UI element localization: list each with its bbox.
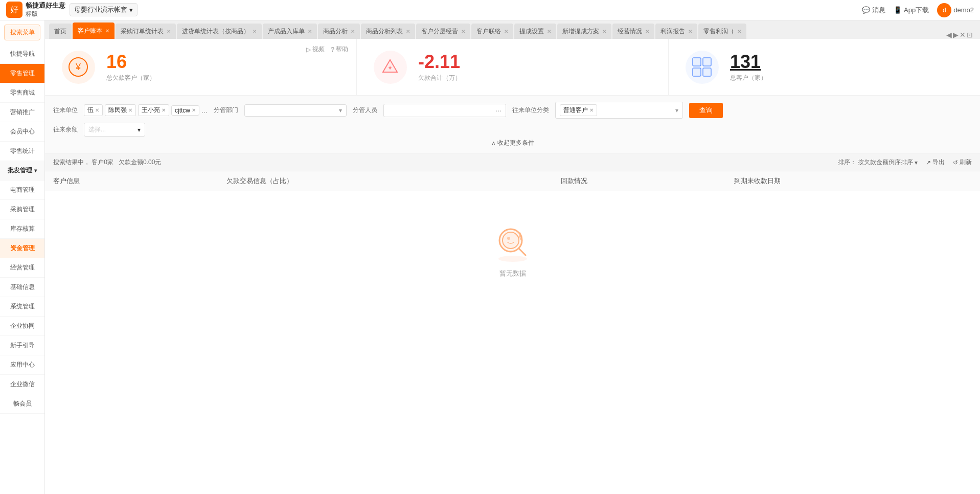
sidebar-item-zero-retail-mgmt[interactable]: 零售管理 [0, 64, 44, 83]
close-icon[interactable]: ✕ [105, 28, 109, 34]
message-btn[interactable]: 💬 消息 [862, 6, 885, 15]
tab-new-achievement[interactable]: 新增提成方案 ✕ [557, 24, 611, 39]
stat-card-debt-amount: ✦ -2.11 欠款合计（万） [357, 39, 669, 95]
sidebar-item-purchase[interactable]: 采购管理 [0, 200, 44, 219]
result-bar-left: 搜索结果中， 客户0家 欠款金额0.00元 [53, 158, 161, 167]
tab-retail-profit[interactable]: 零售利润（ ✕ [698, 24, 746, 39]
close-icon[interactable]: ✕ [504, 29, 508, 34]
sidebar-item-basic-info[interactable]: 基础信息 [0, 278, 44, 297]
tab-product-analysis-list[interactable]: 商品分析列表 ✕ [361, 24, 415, 39]
sidebar-item-app-center[interactable]: 应用中心 [0, 355, 44, 375]
empty-icon [492, 222, 533, 263]
tab-product-analysis[interactable]: 商品分析 ✕ [318, 24, 360, 39]
unit-tags-more[interactable]: ... [201, 106, 208, 115]
tab-profit-report[interactable]: 利润报告 ✕ [655, 24, 697, 39]
balance-filter-select[interactable]: 选择... ▾ [84, 123, 145, 137]
export-icon: ↗ [926, 159, 931, 166]
tab-customer-tier[interactable]: 客户分层经营 ✕ [416, 24, 470, 39]
close-icon[interactable]: ✕ [737, 29, 741, 34]
person-more-icon[interactable]: ··· [495, 106, 502, 115]
unit-tag-cjttcw-text: cjttcw [175, 107, 190, 114]
app-download-btn[interactable]: 📱 App下载 [894, 6, 929, 15]
tab-home[interactable]: 首页 [49, 24, 72, 39]
collapse-btn[interactable]: ∧ 收起更多条件 [53, 139, 972, 147]
close-icon[interactable]: ✕ [645, 29, 649, 34]
sidebar-item-finance[interactable]: 资金管理 [0, 239, 44, 258]
unit-category-tags: 普通客户 ✕ [560, 104, 675, 116]
question-icon: ? [331, 46, 334, 53]
chevron-down-icon: ▾ [675, 107, 678, 114]
refresh-btn[interactable]: ↺ 刷新 [953, 158, 972, 167]
tab-purchase-order-stats[interactable]: 采购订单统计表 ✕ [116, 24, 176, 39]
close-icon[interactable]: ✕ [406, 29, 410, 34]
sidebar-item-batch-mgmt[interactable]: 批发管理 ▾ [0, 161, 44, 181]
tab-incoming-stats[interactable]: 进货单统计表（按商品） ✕ [177, 24, 262, 39]
customer-count: 客户0家 [92, 159, 113, 166]
result-bar-right: 排序： 按欠款金额倒序排序 ▾ ↗ 导出 ↺ 刷新 [838, 158, 972, 167]
unit-tag-chen-delete[interactable]: ✕ [128, 107, 132, 113]
unit-category-tag-normal: 普通客户 ✕ [560, 104, 597, 116]
data-table: 客户信息 欠款交易信息（占比） 回款情况 到期未收款日期 [45, 171, 980, 191]
main-layout: 搜索菜单 快捷导航 零售管理 零售商城 营销推广 会员中心 零售统计 批发管理 … [0, 20, 980, 494]
unit-tag-cjttcw-delete[interactable]: ✕ [192, 107, 196, 113]
unit-tag-wu-delete[interactable]: ✕ [95, 107, 99, 113]
help-label: 帮助 [336, 45, 348, 54]
sidebar-item-member-center[interactable]: 会员中心 [0, 122, 44, 142]
close-icon[interactable]: ✕ [351, 29, 355, 34]
dept-filter-select[interactable]: ▾ [244, 104, 347, 117]
close-icon[interactable]: ✕ [602, 29, 606, 34]
sidebar-item-vip-member[interactable]: 畅会员 [0, 394, 44, 414]
tab-product-inbound[interactable]: 产成品入库单 ✕ [263, 24, 317, 39]
sidebar-item-enterprise-collab[interactable]: 企业协同 [0, 317, 44, 336]
user-profile[interactable]: d demo2 [937, 3, 974, 17]
close-icon[interactable]: ✕ [688, 29, 692, 34]
search-menu-btn[interactable]: 搜索菜单 [4, 25, 40, 40]
company-selector[interactable]: 母婴行业演示帐套 ▾ [70, 3, 138, 16]
unit-filter-label: 往来单位 [53, 106, 78, 115]
unit-category-select[interactable]: 普通客户 ✕ ▾ [555, 102, 683, 119]
person-filter-select[interactable]: ··· [383, 104, 506, 117]
sidebar-item-retail-stats[interactable]: 零售统计 [0, 142, 44, 161]
close-icon[interactable]: ✕ [167, 29, 171, 34]
sidebar-item-quick-nav[interactable]: 快捷导航 [0, 44, 44, 64]
tab-operations-status[interactable]: 经营情况 ✕ [612, 24, 654, 39]
svg-text:✦: ✦ [388, 64, 393, 72]
export-btn[interactable]: ↗ 导出 [926, 158, 945, 167]
play-icon: ▷ [306, 46, 311, 53]
tab-new-achievement-label: 新增提成方案 [562, 27, 599, 36]
sidebar-item-retail-mall[interactable]: 零售商城 [0, 83, 44, 103]
help-link[interactable]: ? 帮助 [331, 45, 348, 54]
tab-customer-accounts[interactable]: 客户账本 ✕ [73, 23, 115, 39]
close-icon[interactable]: ✕ [547, 29, 551, 34]
col-debt-info: 欠款交易信息（占比） [218, 171, 553, 191]
sidebar-item-marketing[interactable]: 营销推广 [0, 103, 44, 122]
tab-reminder-settings[interactable]: 提成设置 ✕ [514, 24, 556, 39]
unit-category-tag-delete[interactable]: ✕ [589, 107, 594, 113]
sidebar-item-inventory[interactable]: 库存核算 [0, 219, 44, 239]
stat-debtors-label: 总欠款客户（家） [106, 74, 155, 82]
unit-tag-chen: 陈民强 ✕ [105, 104, 136, 116]
sort-label: 排序： [838, 158, 856, 167]
chevron-down-icon: ▾ [138, 126, 141, 133]
dept-filter-label: 分管部门 [214, 106, 238, 115]
unit-tag-wang-delete[interactable]: ✕ [162, 107, 166, 113]
video-label: 视频 [312, 45, 325, 54]
tab-more-btn[interactable]: ◀ ▶ ✕ ⊡ [943, 31, 976, 39]
svg-rect-7 [703, 68, 711, 76]
sidebar-item-ecommerce[interactable]: 电商管理 [0, 181, 44, 200]
video-link[interactable]: ▷ 视频 [306, 45, 325, 54]
sidebar-search-area: 搜索菜单 [0, 20, 44, 44]
close-icon[interactable]: ✕ [308, 29, 312, 34]
sort-selector[interactable]: 排序： 按欠款金额倒序排序 ▾ [838, 158, 918, 167]
sidebar-item-operations[interactable]: 经营管理 [0, 258, 44, 278]
sidebar-item-enterprise-wechat[interactable]: 企业微信 [0, 375, 44, 394]
close-icon[interactable]: ✕ [461, 29, 465, 34]
table-header: 客户信息 欠款交易信息（占比） 回款情况 到期未收款日期 [45, 171, 980, 191]
close-icon[interactable]: ✕ [253, 29, 257, 34]
sidebar-item-sys-mgmt[interactable]: 系统管理 [0, 297, 44, 317]
tab-product-analysis-list-label: 商品分析列表 [366, 27, 403, 36]
sidebar-item-new-guide[interactable]: 新手引导 [0, 336, 44, 355]
query-button[interactable]: 查询 [689, 103, 723, 118]
tab-customer-contact[interactable]: 客户联络 ✕ [471, 24, 513, 39]
stat-total-label: 总客户（家） [730, 74, 767, 82]
